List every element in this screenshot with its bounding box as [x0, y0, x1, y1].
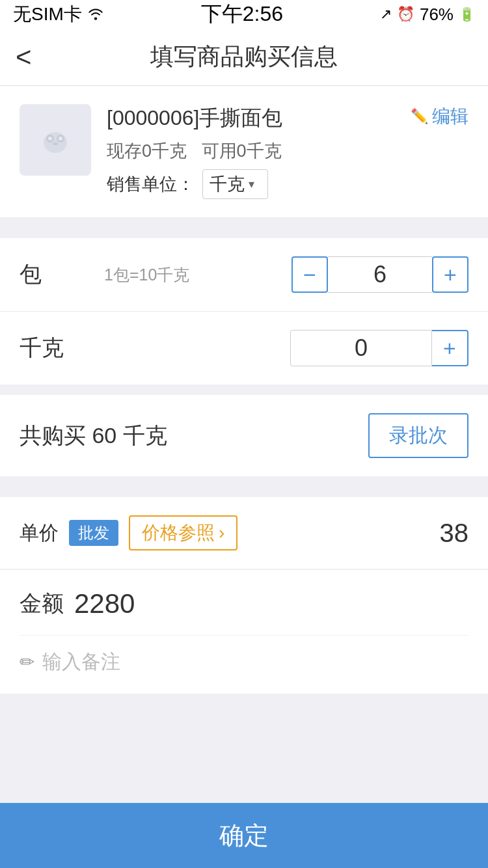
confirm-button[interactable]: 确定	[0, 803, 488, 868]
time-display: 下午2:56	[201, 0, 283, 29]
alarm-icon: ⏰	[397, 6, 414, 23]
price-ref-label: 价格参照	[142, 521, 215, 545]
status-right: ↗ ⏰ 76% 🔋	[380, 5, 475, 25]
svg-point-4	[59, 137, 62, 141]
price-tag: 批发	[69, 520, 118, 546]
edit-button[interactable]: ✏️ 编辑	[411, 104, 468, 129]
back-button[interactable]: <	[16, 42, 32, 73]
wifi-icon	[87, 4, 104, 25]
amount-section: 金额 2280 ✏ 输入备注	[0, 570, 488, 694]
product-id: [0000006]	[107, 106, 199, 129]
minus-icon: −	[303, 262, 316, 288]
price-section: 单价 批发 价格参照 › 38	[0, 497, 488, 569]
unit-value: 千克	[210, 172, 245, 196]
product-unit-row: 销售单位： 千克 ▾	[107, 169, 468, 199]
section-separator-1	[0, 228, 488, 238]
batch-button[interactable]: 录批次	[368, 413, 468, 458]
page-title: 填写商品购买信息	[150, 41, 338, 73]
price-ref-button[interactable]: 价格参照 ›	[129, 515, 237, 550]
kg-qty-control: +	[290, 330, 468, 366]
available-text: 可用0千克	[202, 141, 282, 161]
battery-text: 76%	[420, 5, 454, 25]
svg-point-3	[48, 137, 52, 141]
section-separator-2	[0, 385, 488, 395]
package-qty-control: − +	[291, 256, 468, 293]
total-row: 共购买 60 千克 录批次	[0, 395, 488, 476]
product-thumbnail	[20, 104, 91, 176]
carrier-text: 无SIM卡	[13, 2, 82, 27]
remark-placeholder: 输入备注	[42, 649, 120, 675]
product-stock: 现存0千克 可用0千克	[107, 139, 468, 163]
status-bar: 无SIM卡 下午2:56 ↗ ⏰ 76% 🔋	[0, 0, 488, 29]
unit-select[interactable]: 千克 ▾	[202, 169, 268, 199]
kg-plus-button[interactable]: +	[432, 330, 468, 366]
confirm-label: 确定	[219, 819, 269, 852]
content-area	[0, 694, 488, 803]
product-card: [0000006]手撕面包 ✏️ 编辑 现存0千克 可用0千克 销售单位： 千克…	[0, 86, 488, 217]
kg-label: 千克	[20, 333, 98, 363]
price-ref-arrow: ›	[219, 522, 224, 543]
amount-row: 金额 2280	[20, 588, 468, 619]
plus-icon: +	[444, 262, 457, 288]
price-value: 38	[440, 519, 469, 548]
nav-bar: < 填写商品购买信息	[0, 29, 488, 86]
package-minus-button[interactable]: −	[291, 256, 328, 293]
battery-icon: 🔋	[459, 7, 475, 22]
svg-point-5	[53, 142, 58, 145]
amount-label: 金额	[20, 589, 64, 619]
package-qty-input[interactable]	[328, 256, 432, 293]
product-title: 手撕面包	[199, 106, 282, 129]
product-info: [0000006]手撕面包 ✏️ 编辑 现存0千克 可用0千克 销售单位： 千克…	[107, 104, 468, 199]
kg-qty-input[interactable]	[290, 330, 432, 366]
kg-plus-icon: +	[443, 336, 456, 361]
chevron-down-icon: ▾	[249, 177, 254, 191]
stock-text: 现存0千克	[107, 141, 187, 161]
remark-row[interactable]: ✏ 输入备注	[20, 635, 468, 694]
amount-value: 2280	[74, 588, 135, 619]
kg-input-row: 千克 +	[0, 312, 488, 385]
package-plus-button[interactable]: +	[432, 256, 468, 293]
total-text: 共购买 60 千克	[20, 421, 167, 451]
package-input-section: 包 1包=10千克 − + 千克 +	[0, 238, 488, 385]
location-icon: ↗	[380, 6, 392, 23]
status-left: 无SIM卡	[13, 2, 104, 27]
edit-label: 编辑	[432, 104, 468, 129]
package-input-row: 包 1包=10千克 − +	[0, 238, 488, 312]
package-label: 包	[20, 260, 98, 290]
package-hint: 1包=10千克	[104, 264, 291, 286]
product-name: [0000006]手撕面包	[107, 104, 282, 133]
product-name-row: [0000006]手撕面包 ✏️ 编辑	[107, 104, 468, 133]
price-label: 单价	[20, 520, 59, 547]
pencil-icon: ✏	[20, 651, 34, 673]
section-separator-3	[0, 476, 488, 487]
unit-label: 销售单位：	[107, 172, 195, 196]
